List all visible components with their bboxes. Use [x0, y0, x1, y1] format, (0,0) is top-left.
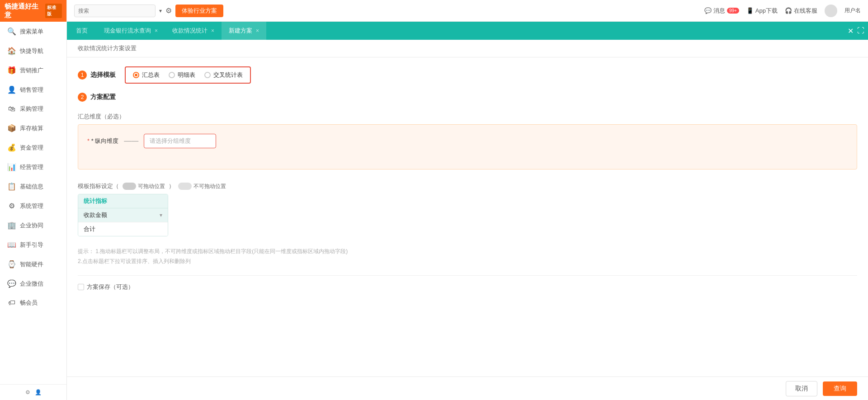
vertical-dimension-label: * * 纵向维度 [87, 137, 118, 145]
service-icon: 🎧 [785, 7, 792, 14]
tab-close-bank-flow[interactable]: × [155, 28, 158, 34]
draggable-toggle-box[interactable] [123, 183, 136, 190]
cancel-button[interactable]: 取消 [786, 381, 817, 396]
tab-label-new-plan: 新建方案 [229, 27, 252, 35]
search-menu-icon: 🔍 [7, 27, 16, 36]
maximize-btn[interactable]: ⛶ [857, 27, 864, 35]
sidebar-item-label: 企业协同 [20, 221, 43, 230]
operations-icon: 📊 [7, 163, 16, 171]
tab-close-new-plan[interactable]: × [256, 28, 259, 34]
funds-icon: 💰 [7, 143, 16, 152]
sidebar-item-label: 销售管理 [20, 86, 43, 94]
summary-dimension-section: 汇总维度（必选） * * 纵向维度 —— 请选择分组维度 [78, 107, 857, 177]
hint-text: 2.点击标题栏下拉可设置排序、插入列和删除列 [78, 257, 348, 267]
sidebar-item-label: 搜索菜单 [20, 28, 43, 36]
sidebar-item-label: 智能硬件 [20, 260, 43, 268]
basic-info-icon: 📋 [7, 182, 16, 191]
tab-bar: 首页现金银行流水查询×收款情况统计×新建方案× ✕ ⛶ [67, 22, 868, 40]
radio-circle-cross [204, 72, 211, 78]
sidebar-item-label: 快捷导航 [20, 47, 43, 55]
dropdown-arrow-icon[interactable]: ▾ [159, 8, 162, 14]
stats-total-cell: 合计 [78, 222, 168, 236]
member-icon: 🏷 [7, 299, 16, 307]
save-checkbox[interactable] [78, 284, 84, 290]
indicator-title-text: 模板指标设定（ [78, 182, 119, 190]
sidebar-item-label: 库存核算 [20, 124, 43, 132]
app-download-btn[interactable]: 📱 App下载 [746, 7, 778, 15]
template-options: 汇总表 明细表 交叉统计表 [125, 66, 251, 84]
dimension-select[interactable]: 请选择分组维度 [144, 134, 216, 148]
sidebar-item-label: 畅会员 [20, 299, 38, 307]
notification-btn[interactable]: 💬 消息 99+ [704, 7, 739, 15]
sidebar-item-label: 资金管理 [20, 144, 43, 152]
tab-receipts-stat[interactable]: 收款情况统计× [165, 22, 222, 40]
non-draggable-toggle-box[interactable] [178, 183, 192, 190]
marketing-icon: 🎁 [7, 66, 16, 75]
indicator-settings-section: 模板指标设定（ 可拖动位置 ） 不可拖动位置 统计指标 [78, 182, 857, 238]
query-button[interactable]: 查询 [823, 381, 857, 396]
guide-icon: 📖 [7, 240, 16, 249]
tab-close-receipts-stat[interactable]: × [211, 28, 214, 34]
non-draggable-toggle: 不可拖动位置 [178, 183, 226, 190]
quick-nav-icon: 🏠 [7, 47, 16, 55]
sidebar-item-system[interactable]: ⚙系统管理 [0, 196, 66, 216]
sidebar-user-btn[interactable]: 👤 [35, 389, 42, 395]
search-input[interactable] [74, 5, 156, 17]
hint-section: 提示： 1.拖动标题栏可以调整布局，不可跨维度或指标区域拖动栏目字段(只能在同一… [78, 247, 348, 266]
sidebar-item-sales[interactable]: 👤销售管理 [0, 80, 66, 99]
radio-summary[interactable]: 汇总表 [133, 71, 160, 79]
purchase-icon: 🛍 [7, 105, 16, 113]
sales-icon: 👤 [7, 85, 16, 94]
sidebar-item-smart-hw[interactable]: ⌚智能硬件 [0, 254, 66, 274]
top-header: ▾ ⚙ 体验行业方案 💬 消息 99+ 📱 App下载 🎧 在线客服 用户名 [67, 0, 868, 22]
page-footer: 取消 查询 [67, 376, 868, 400]
sidebar-item-label: 系统管理 [20, 202, 43, 210]
sidebar-item-label: 采购管理 [20, 105, 43, 113]
gear-icon[interactable]: ⚙ [165, 6, 172, 15]
user-name: 用户名 [844, 7, 861, 14]
tab-new-plan[interactable]: 新建方案× [222, 22, 266, 40]
sidebar-item-basic-info[interactable]: 📋基础信息 [0, 177, 66, 196]
sidebar-item-search-menu[interactable]: 🔍搜索菜单 [0, 22, 66, 41]
step2-label: 方案配置 [90, 93, 116, 101]
dimension-area: * * 纵向维度 —— 请选择分组维度 [78, 124, 857, 169]
sidebar-item-wechat[interactable]: 💬企业微信 [0, 274, 66, 293]
tab-label-home: 首页 [76, 27, 88, 35]
step1-row: 1 选择模板 汇总表 明细表 交 [78, 66, 857, 84]
sidebar-item-guide[interactable]: 📖新手引导 [0, 235, 66, 254]
sidebar-item-purchase[interactable]: 🛍采购管理 [0, 99, 66, 118]
close-window-btn[interactable]: ✕ [848, 27, 854, 35]
tab-label-receipts-stat: 收款情况统计 [172, 27, 208, 35]
sidebar-item-funds[interactable]: 💰资金管理 [0, 138, 66, 157]
draggable-toggle: 可拖动位置 [123, 183, 165, 190]
indicator-header: 模板指标设定（ 可拖动位置 ） 不可拖动位置 [78, 182, 857, 190]
sidebar-item-quick-nav[interactable]: 🏠快捷导航 [0, 41, 66, 61]
sidebar-item-operations[interactable]: 📊经营管理 [0, 157, 66, 177]
sidebar-item-member[interactable]: 🏷畅会员 [0, 293, 66, 312]
hint-text: 提示： 1.拖动标题栏可以调整布局，不可跨维度或指标区域拖动栏目字段(只能在同一… [78, 247, 348, 257]
sidebar-item-marketing[interactable]: 🎁营销推广 [0, 61, 66, 80]
form-section: 1 选择模板 汇总表 明细表 交 [67, 57, 868, 376]
col-chevron-icon: ▾ [160, 212, 162, 218]
industry-btn[interactable]: 体验行业方案 [175, 5, 223, 17]
tab-label-bank-flow: 现金银行流水查询 [104, 27, 151, 35]
sidebar-item-inventory[interactable]: 📦库存核算 [0, 118, 66, 138]
step1-label: 选择模板 [90, 71, 116, 79]
save-option[interactable]: 方案保存（可选） [78, 283, 857, 291]
radio-detail[interactable]: 明细表 [169, 71, 195, 79]
sidebar-item-enterprise[interactable]: 🏢企业协同 [0, 216, 66, 235]
message-icon: 💬 [704, 7, 712, 14]
sidebar-item-label: 新手引导 [20, 241, 43, 249]
tab-bank-flow[interactable]: 现金银行流水查询× [97, 22, 165, 40]
tab-home[interactable]: 首页 [67, 22, 97, 40]
inventory-icon: 📦 [7, 124, 16, 132]
sidebar-expand-btn[interactable]: ⚙ [25, 389, 30, 395]
divider [78, 275, 857, 276]
online-service-btn[interactable]: 🎧 在线客服 [785, 7, 817, 15]
stats-col-header[interactable]: 收款金额 ▾ [78, 208, 168, 222]
step2-badge: 2 [78, 93, 87, 102]
radio-cross[interactable]: 交叉统计表 [204, 71, 243, 79]
tab-bar-controls: ✕ ⛶ [848, 27, 868, 35]
header-right: 💬 消息 99+ 📱 App下载 🎧 在线客服 用户名 [704, 5, 861, 17]
wechat-icon: 💬 [7, 279, 16, 288]
